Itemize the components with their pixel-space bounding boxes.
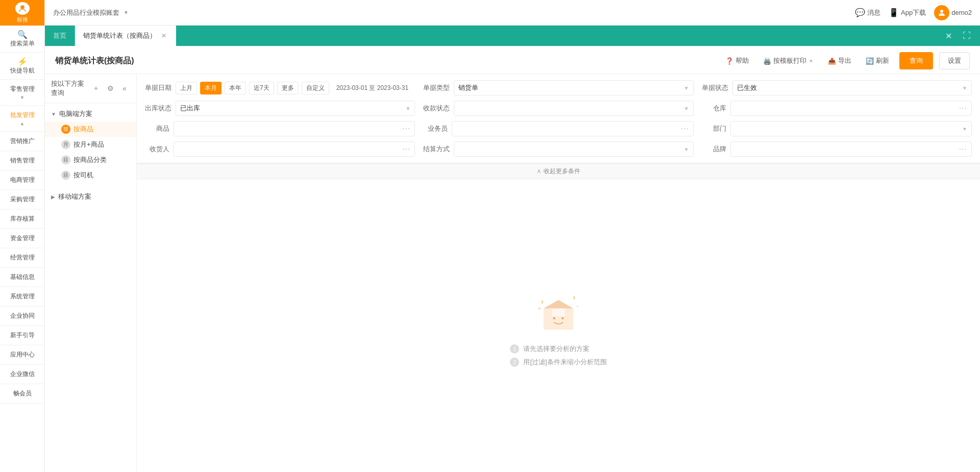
tip-num-1: 1: [510, 344, 519, 353]
consignee-select[interactable]: ···: [174, 141, 415, 157]
doc-status-select[interactable]: 已生效 ▼: [732, 80, 972, 96]
goods-label: 商品: [145, 124, 169, 133]
scheme-group-mobile: ▶ 移动端方案: [45, 186, 136, 207]
export-btn[interactable]: 📤 导出: [824, 54, 855, 67]
sidebar-item-corp[interactable]: 企业协同: [0, 306, 44, 326]
avatar: [934, 5, 949, 20]
sidebar-search-btn[interactable]: 🔍 搜索菜单: [0, 26, 44, 53]
sidebar-item-finance[interactable]: 资金管理: [0, 229, 44, 248]
date-this-year-btn[interactable]: 本年: [225, 82, 246, 95]
sidebar-item-member[interactable]: 畅会员: [0, 384, 44, 404]
sidebar-item-wechat[interactable]: 企业微信: [0, 365, 44, 384]
payment-select[interactable]: ▼: [454, 141, 693, 157]
svg-point-8: [577, 305, 578, 307]
collapse-bar[interactable]: ∧ 收起更多条件: [137, 163, 980, 179]
warehouse-select[interactable]: ···: [730, 101, 972, 116]
sidebar-item-system[interactable]: 系统管理: [0, 287, 44, 306]
brand-select[interactable]: ···: [730, 141, 972, 157]
tabbar-actions: ✕ ⛶: [941, 29, 980, 43]
filter-item-doc-status: 单据状态 已生效 ▼: [702, 80, 972, 96]
sidebar-item-app[interactable]: 应用中心: [0, 345, 44, 365]
salesman-select[interactable]: ···: [452, 121, 693, 136]
tab-close-icon[interactable]: ✕: [160, 32, 167, 39]
svg-point-6: [561, 317, 564, 319]
sidebar-item-business[interactable]: 经营管理: [0, 248, 44, 268]
sidebar-quick-nav[interactable]: ⚡ 快捷导航: [0, 53, 44, 80]
out-status-select[interactable]: 已出库 ▼: [176, 101, 415, 116]
add-scheme-btn[interactable]: ＋: [90, 83, 102, 94]
svg-rect-4: [552, 308, 565, 316]
scheme-icon-gray-2: 目: [61, 155, 70, 164]
payment-label: 结算方式: [423, 145, 450, 154]
settings-btn[interactable]: 设置: [939, 52, 970, 69]
window-close-btn[interactable]: ✕: [941, 29, 955, 43]
query-btn[interactable]: 查询: [899, 52, 933, 69]
chevron-up-icon: ▲: [20, 121, 24, 126]
main-body: 按以下方案查询 ＋ ⚙ « ▼ 电脑端方案 按: [45, 74, 980, 472]
dropdown-arrow-icon: ▼: [124, 10, 129, 15]
scheme-item-by-month-goods[interactable]: 月 按月+商品: [45, 137, 136, 152]
scheme-group-pc: ▼ 电脑端方案 按 按商品 月 按月+商品 目: [45, 103, 136, 186]
date-this-month-btn[interactable]: 本月: [200, 82, 222, 95]
refresh-btn[interactable]: 🔄 刷新: [862, 54, 893, 67]
consignee-label: 收货人: [145, 145, 169, 154]
sidebar-item-purchase[interactable]: 采购管理: [0, 190, 44, 209]
dots-icon-5: ···: [959, 145, 967, 154]
left-panel-icons: ＋ ⚙ «: [90, 83, 130, 94]
right-panel: 单据日期 上月 本月 本年 近7天 更多 自定义 2023-03-01 至 20…: [137, 74, 980, 472]
scheme-item-by-goods[interactable]: 按 按商品: [45, 122, 136, 137]
date-7days-btn[interactable]: 近7天: [249, 82, 274, 95]
scheme-group-pc-header[interactable]: ▼ 电脑端方案: [45, 106, 136, 122]
sidebar-item-ecommerce[interactable]: 电商管理: [0, 171, 44, 190]
scheme-item-by-dept[interactable]: 目 按司机: [45, 168, 136, 183]
date-custom-btn[interactable]: 自定义: [302, 82, 329, 95]
print-btn[interactable]: 🖨️ 按模板打印 ▼: [759, 54, 818, 67]
message-icon: 💬: [855, 8, 865, 17]
sidebar-item-wholesale[interactable]: 批发管理 ▲: [0, 106, 44, 132]
warehouse-label: 仓库: [702, 104, 726, 113]
sidebar-item-retail[interactable]: 零售管理 ▼: [0, 80, 44, 106]
print-dropdown-icon: ▼: [808, 58, 814, 64]
empty-state-icon: [533, 285, 584, 336]
logo-icon: [15, 2, 30, 15]
scheme-item-by-goods-cat[interactable]: 目 按商品分类: [45, 152, 136, 168]
scheme-group-mobile-header[interactable]: ▶ 移动端方案: [45, 189, 136, 204]
filter-item-goods: 商品 ···: [145, 121, 415, 136]
sidebar-item-guide[interactable]: 新手引导: [0, 326, 44, 345]
page-title: 销货单统计表(按商品): [55, 56, 134, 66]
print-icon: 🖨️: [763, 57, 771, 65]
help-btn[interactable]: ❓ 帮助: [721, 54, 753, 67]
date-more-btn[interactable]: 更多: [277, 82, 299, 95]
dept-select[interactable]: ▼: [730, 121, 972, 136]
edit-scheme-btn[interactable]: ⚙: [105, 83, 116, 94]
tabbar: 首页 销货单统计表（按商品） ✕ ✕ ⛶: [45, 26, 980, 46]
collapse-panel-btn[interactable]: «: [119, 83, 130, 94]
content-area: 销货单统计表(按商品) ❓ 帮助 🖨️ 按模板打印 ▼ 📤 导出: [45, 46, 980, 472]
topbar: 办公用品行业模拟账套 ▼ 💬 消息 📱 App下载 demo2: [45, 0, 980, 26]
sidebar-item-basic[interactable]: 基础信息: [0, 268, 44, 287]
dots-icon: ···: [959, 104, 967, 113]
tab-home[interactable]: 首页: [45, 26, 75, 46]
chevron-down-icon-6: ▼: [684, 147, 689, 152]
chevron-down-icon-4: ▼: [684, 106, 689, 111]
tab-sales-stat[interactable]: 销货单统计表（按商品） ✕: [75, 26, 176, 46]
goods-select[interactable]: ···: [174, 121, 415, 136]
recv-status-select[interactable]: ▼: [454, 101, 693, 116]
brand-label: 品牌: [702, 145, 726, 154]
user-menu-btn[interactable]: demo2: [934, 5, 972, 20]
date-last-month-btn[interactable]: 上月: [176, 82, 197, 95]
svg-point-7: [538, 307, 541, 310]
doc-type-select[interactable]: 销货单 ▼: [454, 80, 693, 96]
refresh-icon: 🔄: [866, 57, 874, 65]
sidebar-item-sales[interactable]: 销售管理: [0, 151, 44, 171]
industry-title: 办公用品行业模拟账套: [53, 8, 119, 17]
window-maximize-btn[interactable]: ⛶: [960, 29, 974, 43]
left-panel-header: 按以下方案查询 ＋ ⚙ «: [45, 74, 136, 103]
sidebar-item-inventory[interactable]: 库存核算: [0, 209, 44, 229]
app-download-btn[interactable]: 📱 App下载: [889, 8, 926, 17]
date-label: 单据日期: [145, 83, 172, 92]
sidebar-item-marketing[interactable]: 营销推广: [0, 132, 44, 151]
filter-item-doc-type: 单据类型 销货单 ▼: [423, 80, 693, 96]
filter-item-date: 单据日期 上月 本月 本年 近7天 更多 自定义 2023-03-01 至 20…: [145, 80, 415, 96]
message-btn[interactable]: 💬 消息: [855, 8, 880, 17]
